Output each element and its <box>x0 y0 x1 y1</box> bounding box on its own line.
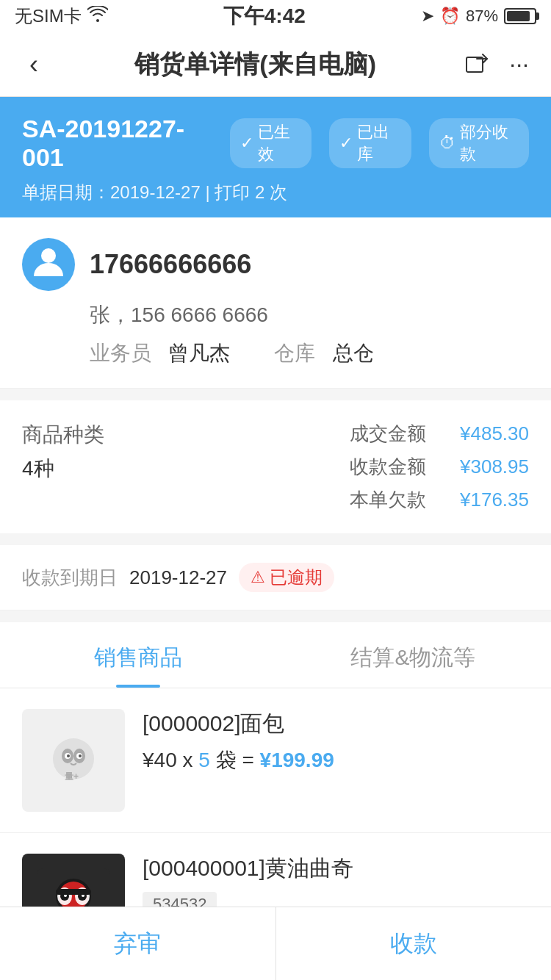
collected-amount-row: 收款金额 ¥308.95 <box>350 454 529 480</box>
summary-section: 商品种类 4种 成交金额 ¥485.30 收款金额 ¥308.95 本单欠款 ¥… <box>0 400 551 533</box>
customer-section: 17666666666 张，156 6666 6666 业务员 曾凡杰 仓库 总… <box>0 217 551 389</box>
warehouse-label: 仓库 总仓 <box>274 339 373 367</box>
product-image-1: 量+ <box>22 709 125 812</box>
status-time: 下午4:42 <box>223 2 306 30</box>
salesperson-label: 业务员 曾凡杰 <box>90 339 230 367</box>
customer-meta: 业务员 曾凡杰 仓库 总仓 <box>22 339 529 367</box>
header-banner: SA-20191227-001 ✓ 已生效 ✓ 已出库 ⏱ 部分收款 单据日期：… <box>0 97 551 217</box>
banner-row1: SA-20191227-001 ✓ 已生效 ✓ 已出库 ⏱ 部分收款 <box>22 115 529 172</box>
tab-settlement[interactable]: 结算&物流等 <box>276 622 551 688</box>
customer-phone: 17666666666 <box>90 249 251 280</box>
person-icon <box>32 245 65 284</box>
tab-sales-products[interactable]: 销售商品 <box>0 622 276 688</box>
product-details-1: [0000002]面包 ¥40 x 5 袋 = ¥199.99 <box>143 709 529 774</box>
check-icon: ✓ <box>240 134 253 153</box>
back-button[interactable]: ‹ <box>22 42 46 87</box>
location-icon: ➤ <box>421 7 434 26</box>
svg-text:量+: 量+ <box>65 771 79 782</box>
battery-label: 87% <box>466 7 498 26</box>
more-button[interactable]: ··· <box>509 51 529 78</box>
wifi-icon <box>87 6 108 26</box>
product-name-2: [000400001]黄油曲奇 <box>143 854 529 884</box>
owed-amount-row: 本单欠款 ¥176.35 <box>350 487 529 513</box>
status-right: ➤ ⏰ 87% <box>421 7 536 26</box>
overdue-badge: ⚠ 已逾期 <box>239 563 334 592</box>
alarm-icon: ⏰ <box>440 7 460 26</box>
battery-indicator <box>504 8 536 24</box>
due-section: 收款到期日 2019-12-27 ⚠ 已逾期 <box>0 545 551 610</box>
page-title: 销货单详情(来自电脑) <box>134 48 376 82</box>
product-price-1: ¥40 x 5 袋 = ¥199.99 <box>143 746 529 774</box>
banner-row2: 单据日期：2019-12-27 | 打印 2 次 <box>22 181 529 204</box>
svg-point-1 <box>41 248 56 263</box>
badge-effective: ✓ 已生效 <box>230 118 312 168</box>
tabs-section: 销售商品 结算&物流等 <box>0 622 551 688</box>
customer-top: 17666666666 <box>22 238 529 291</box>
cancel-review-button[interactable]: 弃审 <box>0 907 276 980</box>
product-name-1: [0000002]面包 <box>143 709 529 739</box>
customer-name-phone: 张，156 6666 6666 <box>22 301 529 329</box>
nav-actions: ··· <box>465 48 529 81</box>
order-id: SA-20191227-001 <box>22 115 212 172</box>
clock-icon: ⏱ <box>439 134 455 153</box>
share-button[interactable] <box>465 48 491 81</box>
avatar <box>22 238 75 291</box>
check-icon2: ✓ <box>339 134 353 153</box>
bottom-bar: 弃审 收款 <box>0 907 551 980</box>
deal-amount-row: 成交金额 ¥485.30 <box>350 421 529 447</box>
product-type: 商品种类 4种 <box>22 421 104 483</box>
svg-point-7 <box>67 754 70 757</box>
product-item: 量+ [0000002]面包 ¥40 x 5 袋 = ¥199.99 <box>0 688 551 833</box>
carrier-label: 无SIM卡 <box>15 4 82 28</box>
svg-rect-19 <box>56 889 91 895</box>
status-left: 无SIM卡 <box>15 4 108 28</box>
badge-partial: ⏱ 部分收款 <box>429 118 529 168</box>
badge-shipped: ✓ 已出库 <box>329 118 411 168</box>
nav-bar: ‹ 销货单详情(来自电脑) ··· <box>0 32 551 97</box>
overdue-icon: ⚠ <box>251 568 265 587</box>
collect-button[interactable]: 收款 <box>276 907 552 980</box>
svg-point-8 <box>79 754 82 757</box>
amount-summary: 成交金额 ¥485.30 收款金额 ¥308.95 本单欠款 ¥176.35 <box>350 421 529 513</box>
status-bar: 无SIM卡 下午4:42 ➤ ⏰ 87% <box>0 0 551 32</box>
